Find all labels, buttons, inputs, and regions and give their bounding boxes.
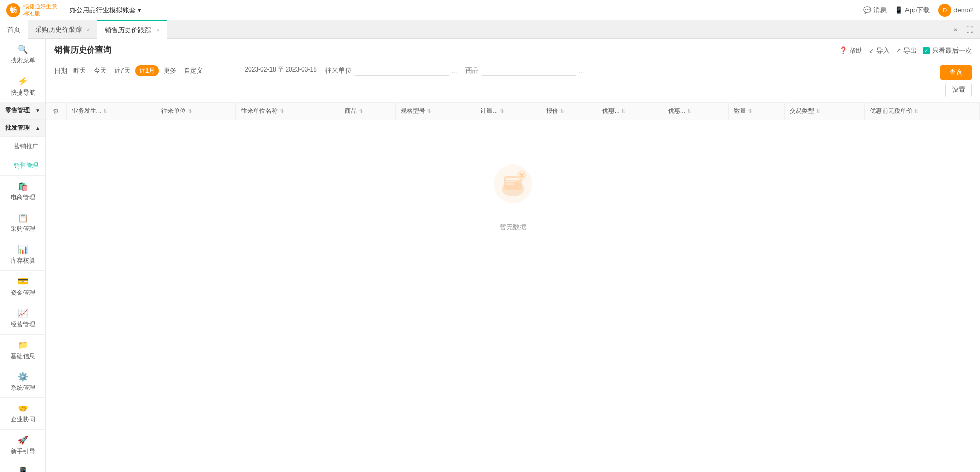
sidebar-label-enterprise: 企业协同 — [11, 415, 35, 424]
import-icon: ↙ — [869, 46, 874, 54]
topbar: 畅 畅捷通好生意 标准版 办公用品行业模拟账套 ▾ 💬 消息 📱 App下载 D… — [0, 0, 980, 20]
sidebar-item-retail[interactable]: 零售管理 ▼ — [0, 102, 45, 120]
col-pre-tax-price[interactable]: 优惠前无税单价 ⇅ — [864, 103, 979, 120]
sidebar-item-appstore[interactable]: 📱 应用中心 — [0, 461, 45, 472]
sidebar-label-newbie: 新手引导 — [11, 447, 35, 456]
tabbar: 首页 采购历史价跟踪 × 销售历史价跟踪 × × ⛶ — [0, 20, 980, 39]
customer-dots[interactable]: ... — [452, 67, 457, 75]
tab-home[interactable]: 首页 — [0, 20, 28, 39]
phone-icon: 📱 — [895, 6, 903, 14]
import-btn[interactable]: ↙ 导入 — [869, 46, 890, 55]
message-icon: 💬 — [863, 6, 871, 14]
date-btn-yesterday[interactable]: 昨天 — [70, 65, 89, 76]
settings-button[interactable]: 设置 — [945, 83, 972, 97]
chevron-down-icon: ▾ — [138, 6, 141, 14]
page-container: 销售历史价查询 ❓ 帮助 ↙ 导入 ↗ 导出 — [46, 39, 980, 472]
sidebar-item-ecommerce[interactable]: 🛍️ 电商管理 — [0, 176, 45, 207]
sidebar-item-operations[interactable]: 📈 经营管理 — [0, 302, 45, 334]
sidebar-label-marketing: 营销推广 — [14, 142, 38, 151]
empty-state: 暂无数据 — [46, 120, 980, 273]
sort-icon: ⇅ — [103, 108, 107, 114]
empty-svg — [490, 161, 536, 207]
sidebar-item-search[interactable]: 🔍 搜索菜单 — [0, 39, 45, 70]
operations-icon: 📈 — [18, 308, 28, 319]
message-btn[interactable]: 💬 消息 — [863, 6, 887, 15]
sidebar-label-retail: 零售管理 — [5, 106, 30, 115]
sidebar-label-search: 搜索菜单 — [11, 56, 35, 65]
tab-purchase-history[interactable]: 采购历史价跟踪 × — [28, 20, 97, 39]
sidebar-label-shortcut: 快捷导航 — [11, 88, 35, 97]
col-price[interactable]: 报价 ⇅ — [541, 103, 597, 120]
appstore-icon: 📱 — [18, 466, 28, 472]
search-icon: 🔍 — [18, 44, 28, 55]
maximize-btn[interactable]: ⛶ — [964, 23, 976, 36]
logo-text: 畅捷通好生意 标准版 — [23, 3, 57, 16]
sidebar-item-basic[interactable]: 📁 基础信息 — [0, 335, 45, 366]
close-all-tabs-btn[interactable]: × — [949, 23, 962, 36]
col-gear[interactable]: ⚙ — [46, 103, 66, 120]
col-product[interactable]: 商品 ⇅ — [339, 103, 396, 120]
purchase-icon: 📋 — [18, 213, 28, 224]
sidebar-item-purchase[interactable]: 📋 采购管理 — [0, 207, 45, 239]
account-dropdown[interactable]: 办公用品行业模拟账套 ▾ — [69, 6, 141, 15]
export-icon: ↗ — [896, 46, 901, 54]
sidebar-item-shortcut[interactable]: ⚡ 快捷导航 — [0, 70, 45, 102]
avatar: D — [938, 4, 951, 17]
sidebar-label-system: 系统管理 — [11, 384, 35, 392]
view-last-checkbox[interactable] — [923, 47, 930, 54]
date-btn-more[interactable]: 更多 — [161, 65, 179, 76]
product-input[interactable] — [482, 65, 576, 76]
sidebar-item-system[interactable]: ⚙️ 系统管理 — [0, 366, 45, 398]
sort-icon: ⇅ — [188, 108, 192, 114]
app-download-btn[interactable]: 📱 App下载 — [895, 6, 930, 15]
logo-icon: 畅 — [6, 3, 20, 17]
customer-input[interactable] — [355, 65, 449, 76]
col-partner-name[interactable]: 往来单位名称 ⇅ — [236, 103, 339, 120]
sidebar-item-inventory[interactable]: 📊 库存核算 — [0, 239, 45, 271]
col-discount2[interactable]: 优惠... ⇅ — [663, 103, 728, 120]
tab-purchase-label: 采购历史价跟踪 — [35, 25, 82, 34]
help-btn[interactable]: ❓ 帮助 — [839, 46, 863, 55]
col-spec[interactable]: 规格型号 ⇅ — [395, 103, 475, 120]
tabbar-actions: × ⛶ — [949, 23, 980, 36]
col-qty[interactable]: 数量 ⇅ — [728, 103, 785, 120]
sort-icon: ⇅ — [687, 108, 691, 114]
sort-icon: ⇅ — [500, 108, 504, 114]
system-icon: ⚙️ — [18, 371, 28, 383]
query-button[interactable]: 查询 — [940, 65, 972, 80]
content-area: 销售历史价查询 ❓ 帮助 ↙ 导入 ↗ 导出 — [46, 39, 980, 472]
sidebar-item-wholesale[interactable]: 批发管理 ▲ — [0, 120, 45, 137]
date-btn-today[interactable]: 今天 — [91, 65, 109, 76]
col-biz-date[interactable]: 业务发生... ⇅ — [66, 103, 156, 120]
date-btn-1month[interactable]: 近1月 — [135, 65, 159, 76]
sidebar-item-newbie[interactable]: 🚀 新手引导 — [0, 430, 45, 461]
filter-right: 查询 设置 — [940, 65, 972, 97]
sidebar-item-sales[interactable]: 销售管理 — [0, 156, 45, 176]
view-last-only-option[interactable]: 只看最后一次 — [923, 46, 972, 55]
main-layout: 🔍 搜索菜单 ⚡ 快捷导航 零售管理 ▼ 批发管理 ▲ 营销推广 销售管理 🛍️… — [0, 39, 980, 472]
help-icon: ❓ — [839, 46, 847, 54]
product-dots[interactable]: ... — [579, 67, 584, 75]
col-trade-type[interactable]: 交易类型 ⇅ — [785, 103, 864, 120]
product-filter-group: 商品 ... — [465, 65, 584, 76]
tab-sales-close-icon[interactable]: × — [156, 27, 159, 33]
sidebar-item-marketing[interactable]: 营销推广 — [0, 137, 45, 156]
col-discount1[interactable]: 优惠... ⇅ — [597, 103, 663, 120]
tab-purchase-close-icon[interactable]: × — [87, 27, 90, 33]
sort-icon: ⇅ — [280, 108, 284, 114]
filter-left: 日期 昨天 今天 近7天 近1月 更多 自定义 2023-02-18 至 202… — [54, 65, 940, 76]
gear-button[interactable]: ⚙ — [53, 107, 59, 115]
tab-sales-history[interactable]: 销售历史价跟踪 × — [97, 20, 167, 39]
sidebar-item-finance[interactable]: 💳 资金管理 — [0, 271, 45, 302]
sidebar-label-ecommerce: 电商管理 — [11, 193, 35, 202]
empty-illustration — [490, 161, 536, 217]
col-unit[interactable]: 计量... ⇅ — [475, 103, 541, 120]
date-btn-custom[interactable]: 自定义 — [181, 65, 206, 76]
sidebar-item-enterprise[interactable]: 🤝 企业协同 — [0, 398, 45, 430]
sort-icon: ⇅ — [621, 108, 625, 114]
customer-label: 往来单位 — [325, 66, 352, 75]
col-partner-code[interactable]: 往来单位 ⇅ — [156, 103, 236, 120]
user-menu[interactable]: D demo2 — [938, 4, 974, 17]
export-btn[interactable]: ↗ 导出 — [896, 46, 917, 55]
date-btn-7days[interactable]: 近7天 — [111, 65, 133, 76]
